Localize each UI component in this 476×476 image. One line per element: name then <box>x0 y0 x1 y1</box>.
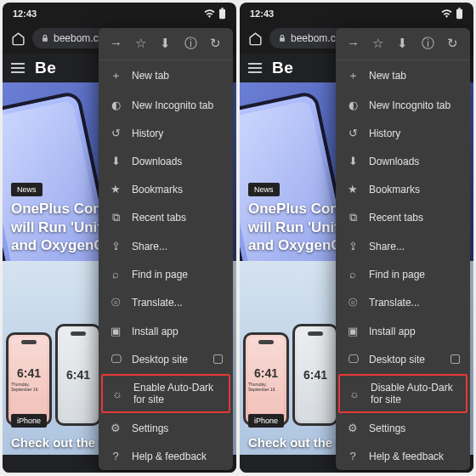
star-icon: ★ <box>109 183 122 196</box>
category-badge: News <box>248 183 280 196</box>
menu-item-desktop-site[interactable]: 🖵Desktop site <box>99 345 233 373</box>
help-icon: ? <box>346 450 360 462</box>
menu-item-install[interactable]: ▣Install app <box>99 317 233 345</box>
svg-rect-5 <box>280 37 285 42</box>
svg-rect-1 <box>221 8 224 9</box>
brightness-icon: ☼ <box>110 388 124 400</box>
hamburger-icon[interactable] <box>11 63 25 73</box>
svg-rect-2 <box>42 37 48 42</box>
menu-item-translate[interactable]: ⦾Translate... <box>336 288 470 317</box>
download-icon[interactable]: ⬇ <box>158 36 173 52</box>
iphone-mockup: 6:41Thursday, September 16 <box>243 332 289 426</box>
menu-item-incognito[interactable]: ◐New Incognito tab <box>99 91 233 119</box>
plus-icon: ＋ <box>109 68 122 83</box>
menu-item-bookmarks[interactable]: ★Bookmarks <box>99 175 233 203</box>
checkbox-icon <box>450 354 460 364</box>
share-icon: ⇪ <box>109 240 122 252</box>
brightness-icon: ☼ <box>348 388 361 400</box>
hamburger-icon[interactable] <box>248 63 262 73</box>
tabs-icon: ⧉ <box>346 211 360 224</box>
status-time: 12:43 <box>250 8 274 19</box>
download-icon: ⬇ <box>109 155 122 167</box>
forward-icon[interactable]: → <box>346 36 361 52</box>
screenshot-right: 12:43 beebom.com Be News <box>240 3 473 473</box>
menu-item-find[interactable]: ⌕Find in page <box>336 260 470 288</box>
menu-item-incognito[interactable]: ◐New Incognito tab <box>336 91 470 119</box>
menu-item-recent-tabs[interactable]: ⧉Recent tabs <box>336 203 470 232</box>
install-icon: ▣ <box>109 325 122 337</box>
plus-icon: ＋ <box>346 68 360 83</box>
menu-item-disable-auto-dark[interactable]: ☼Disable Auto-Dark for site <box>338 374 468 413</box>
menu-item-settings[interactable]: ⚙Settings <box>99 414 233 442</box>
menu-item-share[interactable]: ⇪Share... <box>336 232 470 260</box>
status-icons <box>204 8 226 20</box>
info-icon[interactable]: ⓘ <box>183 36 198 52</box>
history-icon: ↺ <box>346 127 360 139</box>
wifi-icon <box>441 9 452 18</box>
search-icon: ⌕ <box>346 268 360 280</box>
home-icon[interactable] <box>248 31 263 46</box>
status-bar: 12:43 <box>240 3 473 25</box>
status-bar: 12:43 <box>3 3 236 25</box>
star-icon[interactable]: ☆ <box>371 36 386 52</box>
menu-item-history[interactable]: ↺History <box>336 119 470 147</box>
menu-item-help[interactable]: ?Help & feedback <box>99 442 233 470</box>
menu-item-new-tab[interactable]: ＋New tab <box>99 60 233 91</box>
lock-icon <box>278 34 286 42</box>
incognito-icon: ◐ <box>346 99 360 111</box>
screenshot-left: 12:43 beebom.com Be News <box>3 3 236 473</box>
download-icon: ⬇ <box>346 155 360 167</box>
site-logo: Be <box>35 59 56 77</box>
menu-item-share[interactable]: ⇪Share... <box>99 232 233 260</box>
checkbox-icon <box>213 354 223 364</box>
menu-item-history[interactable]: ↺History <box>99 119 233 147</box>
menu-item-downloads[interactable]: ⬇Downloads <box>99 147 233 175</box>
search-icon: ⌕ <box>109 268 122 280</box>
desktop-icon: 🖵 <box>346 353 360 366</box>
refresh-icon[interactable]: ↻ <box>207 36 223 52</box>
svg-rect-0 <box>219 9 225 19</box>
menu-toolbar: → ☆ ⬇ ⓘ ↻ <box>336 28 470 60</box>
menu-item-help[interactable]: ?Help & feedback <box>336 442 470 470</box>
overflow-menu: → ☆ ⬇ ⓘ ↻ ＋New tab ◐New Incognito tab ↺H… <box>336 28 470 470</box>
share-icon: ⇪ <box>346 240 360 252</box>
refresh-icon[interactable]: ↻ <box>445 36 460 52</box>
menu-item-find[interactable]: ⌕Find in page <box>99 260 233 288</box>
status-icons <box>441 8 463 20</box>
menu-item-settings[interactable]: ⚙Settings <box>336 414 470 442</box>
download-icon[interactable]: ⬇ <box>395 36 411 52</box>
overflow-menu: → ☆ ⬇ ⓘ ↻ ＋New tab ◐New Incognito tab ↺H… <box>99 28 233 470</box>
site-logo: Be <box>272 59 293 77</box>
translate-icon: ⦾ <box>109 296 122 309</box>
menu-item-new-tab[interactable]: ＋New tab <box>336 60 470 91</box>
iphone-mockup: 6:41 <box>55 324 101 426</box>
lock-icon <box>41 34 49 42</box>
info-icon[interactable]: ⓘ <box>420 36 435 52</box>
iphone-mockup: 6:41Thursday, September 16 <box>6 332 52 426</box>
menu-toolbar: → ☆ ⬇ ⓘ ↻ <box>99 28 233 60</box>
home-icon[interactable] <box>11 31 26 46</box>
tabs-icon: ⧉ <box>109 211 122 224</box>
menu-item-install[interactable]: ▣Install app <box>336 317 470 345</box>
help-icon: ? <box>109 450 122 462</box>
menu-item-recent-tabs[interactable]: ⧉Recent tabs <box>99 203 233 232</box>
forward-icon[interactable]: → <box>109 36 124 52</box>
menu-item-bookmarks[interactable]: ★Bookmarks <box>336 175 470 203</box>
history-icon: ↺ <box>109 127 122 139</box>
wifi-icon <box>204 9 215 18</box>
category-badge: News <box>11 183 42 196</box>
gear-icon: ⚙ <box>346 422 360 434</box>
menu-item-translate[interactable]: ⦾Translate... <box>99 288 233 317</box>
category-badge: iPhone <box>248 414 284 428</box>
svg-rect-4 <box>458 8 461 9</box>
menu-item-downloads[interactable]: ⬇Downloads <box>336 147 470 175</box>
star-icon[interactable]: ☆ <box>133 36 149 52</box>
status-time: 12:43 <box>13 8 37 19</box>
category-badge: iPhone <box>11 414 47 428</box>
star-icon: ★ <box>346 183 360 196</box>
menu-item-desktop-site[interactable]: 🖵Desktop site <box>336 345 470 373</box>
incognito-icon: ◐ <box>109 99 122 111</box>
gear-icon: ⚙ <box>109 422 122 434</box>
svg-rect-3 <box>456 9 462 19</box>
menu-item-enable-auto-dark[interactable]: ☼Enable Auto-Dark for site <box>101 374 230 413</box>
